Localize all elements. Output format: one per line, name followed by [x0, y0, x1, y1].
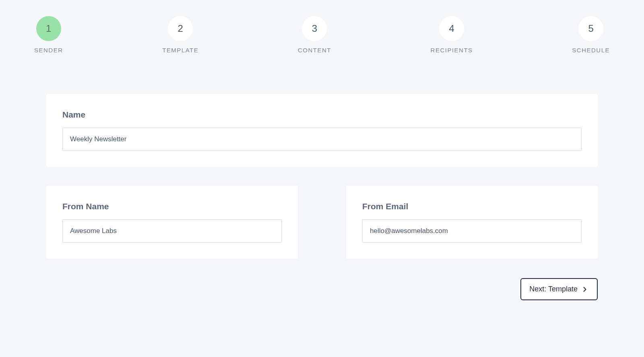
step-template[interactable]: 2 TEMPLATE — [162, 16, 198, 54]
step-circle: 5 — [578, 16, 603, 41]
form-content: Name From Name From Email — [22, 94, 622, 259]
step-sender[interactable]: 1 SENDER — [34, 16, 63, 54]
from-email-label: From Email — [362, 202, 582, 211]
chevron-right-icon — [581, 285, 589, 293]
step-recipients[interactable]: 4 RECIPIENTS — [431, 16, 473, 54]
from-email-input[interactable] — [362, 219, 582, 243]
stepper: 1 SENDER 2 TEMPLATE 3 CONTENT 4 RECIPIEN… — [22, 16, 622, 54]
step-label: CONTENT — [298, 47, 331, 54]
from-name-label: From Name — [62, 202, 282, 211]
step-label: SENDER — [34, 47, 63, 54]
step-circle: 3 — [302, 16, 327, 41]
name-card: Name — [46, 94, 598, 167]
name-input[interactable] — [62, 128, 582, 151]
step-content[interactable]: 3 CONTENT — [298, 16, 331, 54]
next-button-label: Next: Template — [529, 285, 578, 293]
step-label: RECIPIENTS — [431, 47, 473, 54]
from-name-card: From Name — [46, 186, 298, 259]
step-circle: 2 — [168, 16, 193, 41]
step-circle: 1 — [36, 16, 61, 41]
step-label: TEMPLATE — [162, 47, 198, 54]
step-circle: 4 — [439, 16, 464, 41]
button-row: Next: Template — [22, 278, 622, 300]
step-label: SCHEDULE — [572, 47, 610, 54]
name-label: Name — [62, 110, 582, 120]
from-email-card: From Email — [346, 186, 598, 259]
from-name-input[interactable] — [62, 219, 282, 243]
next-button[interactable]: Next: Template — [520, 278, 598, 300]
step-schedule[interactable]: 5 SCHEDULE — [572, 16, 610, 54]
from-row: From Name From Email — [46, 186, 598, 259]
